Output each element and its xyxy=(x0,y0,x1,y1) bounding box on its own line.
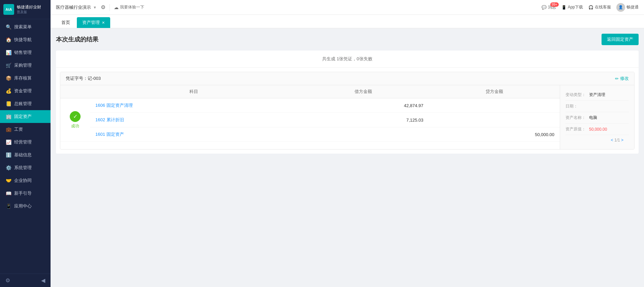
app-download-button[interactable]: 📱 App下载 xyxy=(561,4,583,10)
gear-icon[interactable]: ⚙ xyxy=(101,4,105,10)
debit-cell: 42,874.97 xyxy=(298,98,429,113)
finance-icon: 💰 xyxy=(5,88,11,94)
settings-icon[interactable]: ⚙ xyxy=(5,277,10,284)
sidebar-label-operations: 经营管理 xyxy=(14,139,32,145)
sidebar-label-basic: 基础信息 xyxy=(14,152,32,158)
sidebar-logo: AtA 畅捷通好业财 普及版 xyxy=(0,0,51,19)
inventory-icon: 📦 xyxy=(5,75,11,81)
debit-cell xyxy=(298,127,429,142)
avatar-icon: 👤 xyxy=(618,5,623,9)
sidebar-label-inventory: 库存核算 xyxy=(14,75,32,81)
sidebar-label-sales: 销售管理 xyxy=(14,50,32,56)
company-name: 医疗器械行业演示 xyxy=(56,4,91,10)
sales-icon: 📊 xyxy=(5,50,11,56)
return-fixed-assets-button[interactable]: 返回固定资产 xyxy=(602,34,639,45)
experience-button[interactable]: ☁ 我要体验一下 xyxy=(114,4,144,10)
sidebar-item-enterprise[interactable]: 🤝 企业协同 xyxy=(0,174,51,187)
logo-icon: AtA xyxy=(3,4,14,15)
sidebar-item-inventory[interactable]: 📦 库存核算 xyxy=(0,72,51,85)
sidebar-item-fixedassets[interactable]: 🏢 固定资产 xyxy=(0,110,51,123)
table-row: ✓ 成功 1606 固定资产清理42,874.97 xyxy=(60,98,560,113)
credit-cell: 50,000.00 xyxy=(429,127,560,142)
operations-icon: 📈 xyxy=(5,139,11,145)
info-original-value: 资产原值： 50,000.00 xyxy=(565,124,629,135)
next-page-button[interactable]: > xyxy=(621,138,623,142)
logo-text: 畅捷通好业财 xyxy=(17,4,41,10)
sidebar-item-search[interactable]: 🔍 搜索菜单 xyxy=(0,21,51,33)
sidebar-item-appcenter[interactable]: 📱 应用中心 xyxy=(0,200,51,213)
voucher-number: 凭证字号：记-003 xyxy=(66,75,101,82)
collapse-icon[interactable]: ◀ xyxy=(41,277,45,284)
online-service-button[interactable]: 🎧 在线客服 xyxy=(588,4,611,10)
debit-cell: 7,125.03 xyxy=(298,113,429,127)
original-value-value: 50,000.00 xyxy=(589,127,607,132)
result-summary: 共生成 1张凭证，0张失败 xyxy=(56,51,639,68)
main-content: 医疗器械行业演示 ▼ ⚙ ☁ 我要体验一下 💬 消息 99+ 📱 App下载 🎧… xyxy=(51,0,644,287)
table-row: 1601 固定资产50,000.00 xyxy=(60,127,560,142)
sidebar-item-quicknav[interactable]: 🏠 快捷导航 xyxy=(0,33,51,46)
sidebar-item-sales[interactable]: 📊 销售管理 xyxy=(0,46,51,59)
edit-icon: ✏ xyxy=(615,76,619,81)
voucher-header: 凭证字号：记-003 ✏ 修改 xyxy=(60,72,634,85)
result-card: 共生成 1张凭证，0张失败 凭证字号：记-003 ✏ 修改 xyxy=(56,51,639,154)
company-selector[interactable]: 医疗器械行业演示 ▼ xyxy=(56,4,97,10)
table-row: 1602 累计折旧7,125.03 xyxy=(60,113,560,127)
sidebar-bottom: ⚙ ◀ xyxy=(0,274,51,287)
success-circle: ✓ xyxy=(70,111,81,122)
tab-home[interactable]: 首页 xyxy=(56,17,75,28)
asset-name-value: 电脑 xyxy=(589,115,597,121)
basic-icon: ℹ️ xyxy=(5,152,11,158)
user-name: 畅捷通 xyxy=(626,4,639,10)
sidebar-menu: 🔍 搜索菜单 🏠 快捷导航 📊 销售管理 🛒 采购管理 📦 库存核算 💰 资金管… xyxy=(0,19,51,274)
sidebar-item-finance[interactable]: 💰 资金管理 xyxy=(0,85,51,97)
sidebar-item-purchase[interactable]: 🛒 采购管理 xyxy=(0,59,51,72)
user-menu[interactable]: 👤 畅捷通 xyxy=(616,3,639,12)
sidebar-item-guide[interactable]: 📖 新手引导 xyxy=(0,187,51,200)
tab-assets-label: 资产管理 xyxy=(82,20,100,26)
page-title: 本次生成的结果 xyxy=(56,35,98,43)
original-value-label: 资产原值： xyxy=(565,126,589,132)
table-col-subject: 科目 xyxy=(90,85,298,98)
payroll-icon: 💼 xyxy=(5,126,11,132)
change-type-label: 变动类型： xyxy=(565,92,589,98)
voucher-block: 凭证字号：记-003 ✏ 修改 科目 xyxy=(60,72,635,150)
sidebar-item-system[interactable]: ⚙️ 系统管理 xyxy=(0,161,51,174)
close-icon[interactable]: ✕ xyxy=(102,21,105,25)
voucher-info-panel: 变动类型： 资产清理 日期： 资产名称： 电脑 资产原值： xyxy=(560,85,634,149)
prev-page-button[interactable]: < xyxy=(611,138,613,142)
page-indicator: 1/1 xyxy=(613,138,621,142)
table-col-debit: 借方金额 xyxy=(298,85,429,98)
sidebar-item-operations[interactable]: 📈 经营管理 xyxy=(0,136,51,149)
sidebar-label-appcenter: 应用中心 xyxy=(14,203,32,209)
pagination: < 1/1 > xyxy=(565,135,629,145)
message-icon: 💬 xyxy=(542,5,547,10)
top-header: 医疗器械行业演示 ▼ ⚙ ☁ 我要体验一下 💬 消息 99+ 📱 App下载 🎧… xyxy=(51,0,644,15)
avatar: 👤 xyxy=(616,3,625,12)
sidebar-label-finance: 资金管理 xyxy=(14,88,32,94)
voucher-content: 科目 借方金额 贷方金额 ✓ 成功 1606 固定资产清理42,874.9716… xyxy=(60,85,634,149)
sidebar-label-ledger: 总账管理 xyxy=(14,101,32,107)
ledger-icon: 📒 xyxy=(5,101,11,107)
headset-icon: 🎧 xyxy=(588,5,593,10)
info-date: 日期： xyxy=(565,101,629,112)
date-label: 日期： xyxy=(565,103,589,109)
subject-cell: 1602 累计折旧 xyxy=(90,113,298,127)
guide-icon: 📖 xyxy=(5,190,11,196)
sidebar-item-payroll[interactable]: 💼 工资 xyxy=(0,123,51,136)
credit-cell xyxy=(429,113,560,127)
page-content: 本次生成的结果 返回固定资产 共生成 1张凭证，0张失败 凭证字号：记-003 … xyxy=(51,28,644,287)
sidebar-item-ledger[interactable]: 📒 总账管理 xyxy=(0,97,51,110)
sidebar-label-enterprise: 企业协同 xyxy=(14,178,32,184)
divider xyxy=(110,4,110,11)
message-button[interactable]: 💬 消息 99+ xyxy=(542,4,556,10)
sidebar-label-search: 搜索菜单 xyxy=(14,24,32,30)
table-col-status xyxy=(60,85,90,98)
sidebar-label-fixedassets: 固定资产 xyxy=(14,114,32,120)
asset-name-label: 资产名称： xyxy=(565,115,589,121)
tab-assets[interactable]: 资产管理 ✕ xyxy=(77,17,110,28)
logo-edition: 普及版 xyxy=(17,10,41,14)
voucher-edit-button[interactable]: ✏ 修改 xyxy=(615,75,629,82)
download-icon: 📱 xyxy=(561,5,566,10)
subject-cell: 1606 固定资产清理 xyxy=(90,98,298,113)
sidebar-item-basic[interactable]: ℹ️ 基础信息 xyxy=(0,149,51,161)
